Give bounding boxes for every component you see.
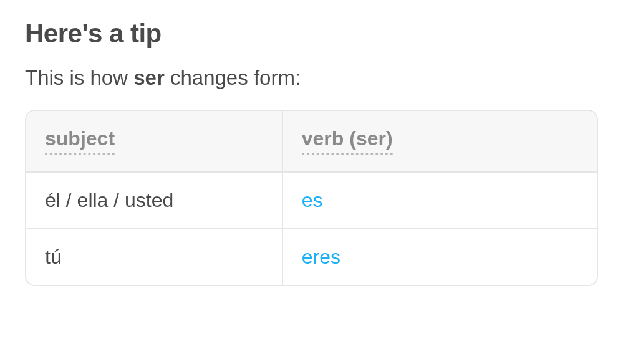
tip-description-prefix: This is how: [25, 66, 133, 89]
subject-cell: él / ella / usted: [26, 173, 283, 229]
tip-description-suffix: changes form:: [165, 66, 301, 89]
table-header-subject-label: subject: [45, 127, 115, 155]
tip-description-bold: ser: [133, 66, 165, 89]
tip-title: Here's a tip: [25, 19, 598, 49]
verb-cell: es: [283, 173, 597, 229]
conjugation-table: subject verb (ser) él / ella / usted es …: [25, 110, 598, 286]
subject-cell: tú: [26, 229, 283, 285]
table-header-verb-label: verb (ser): [302, 127, 393, 155]
verb-cell: eres: [283, 229, 597, 285]
table-header-subject: subject: [26, 111, 283, 173]
table-header-verb: verb (ser): [283, 111, 597, 173]
table-row: él / ella / usted es: [26, 173, 597, 229]
table-row: tú eres: [26, 229, 597, 285]
tip-description: This is how ser changes form:: [25, 66, 598, 90]
